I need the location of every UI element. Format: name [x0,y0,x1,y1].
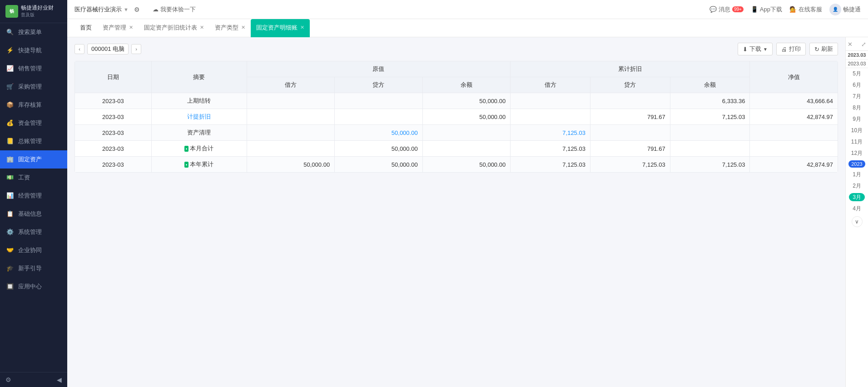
toolbar-row: ‹ 000001 电脑 › ⬇ 下载 ▼ 🖨 打印 [74,43,838,55]
panel-expand-icon[interactable]: ⤢ [861,41,866,48]
sidebar-item-sales[interactable]: 📈 销售管理 [0,60,67,78]
panel-month-3[interactable]: 3月 [846,192,868,203]
table-row: 2023-03资产清理50,000.007,125.03 [75,125,838,141]
tab-depreciation[interactable]: 固定资产折旧统计表 ✕ [139,19,209,37]
tab-detail-label: 固定资产明细账 [256,24,298,32]
table-row: 2023-03计提折旧50,000.00791.677,125.0342,874… [75,109,838,125]
notification-btn[interactable]: 💬 消息 99+ [709,5,744,14]
download-btn[interactable]: ⬇ 下载 ▼ [738,43,773,55]
table-cell: 2023-03 [75,93,152,109]
content-area: ‹ 000001 电脑 › ⬇ 下载 ▼ 🖨 打印 [67,37,868,387]
table-cell: 2023-03 [75,141,152,157]
fixed-icon: 🏢 [5,155,15,164]
print-btn[interactable]: 🖨 打印 [776,43,806,55]
right-date-panel: ✕ ⤢ 2023.03 2023.03 5月 6月 7月 8月 9月 10月 1… [845,37,868,387]
prev-arrow[interactable]: ‹ [74,44,84,54]
refresh-label: 刷新 [821,45,833,53]
sidebar-item-purchase[interactable]: 🛒 采购管理 [0,78,67,96]
table-cell: 2023-03 [75,157,152,173]
sidebar-item-collab[interactable]: 🤝 企业协同 [0,241,67,259]
settings-gear-icon[interactable]: ⚙ [134,6,140,13]
sidebar-item-inventory[interactable]: 📦 库存核算 [0,96,67,114]
panel-month-4[interactable]: 4月 [846,203,868,214]
summary-link[interactable]: 计提折旧 [187,113,211,120]
inventory-icon: 📦 [5,100,15,109]
asset-code-display: 000001 电脑 [87,44,129,55]
table-cell: 6,333.36 [670,93,750,109]
table-cell [247,93,335,109]
notification-label: 消息 [719,5,730,14]
panel-month-6[interactable]: 6月 [846,79,868,91]
online-service-btn[interactable]: 💁 在线客服 [789,5,822,14]
table-row: 2023-03▪本年累计50,000.0050,000.0050,000.007… [75,157,838,173]
sidebar-item-system[interactable]: ⚙️ 系统管理 [0,223,67,241]
panel-close-icon[interactable]: ✕ [848,41,853,48]
table-cell [590,93,670,109]
table-row: 2023-03▪本月合计50,000.007,125.03791.67 [75,141,838,157]
col-accum-balance: 余额 [670,77,750,93]
sidebar-item-operations[interactable]: 📊 经营管理 [0,187,67,205]
sidebar-item-fixed[interactable]: 🏢 固定资产 [0,150,67,169]
topbar: 医疗器械行业演示 ▼ ⚙ ☁ 我要体验一下 💬 消息 99+ 📱 App下载 💁… [67,0,868,19]
experience-btn[interactable]: ☁ 我要体验一下 [153,5,196,14]
table-cell: 2023-03 [75,109,152,125]
panel-year-badge-wrapper: 2023 [846,159,868,169]
sidebar-item-ledger[interactable]: 📒 总账管理 [0,132,67,150]
app-download-btn[interactable]: 📱 App下载 [751,5,782,14]
collapse-icon[interactable]: ◀ [57,376,62,383]
month-total: ▪本月合计 [184,144,214,153]
table-cell [750,141,838,157]
tab-asset-type[interactable]: 资产类型 ✕ [209,19,251,37]
refresh-btn[interactable]: ↻ 刷新 [809,43,838,55]
sidebar-item-payroll[interactable]: 💵 工资 [0,169,67,187]
user-btn[interactable]: 👤 畅捷通 [829,4,861,15]
tab-detail[interactable]: 固定资产明细账 ✕ [251,19,310,37]
tab-asset-type-close[interactable]: ✕ [241,25,245,30]
system-icon: ⚙️ [5,228,15,237]
panel-month-2[interactable]: 2月 [846,180,868,192]
sidebar-item-guide[interactable]: 🎓 新手引导 [0,259,67,278]
tab-assets[interactable]: 资产管理 ✕ [97,19,139,37]
panel-month-12[interactable]: 12月 [846,148,868,159]
company-name: 医疗器械行业演示 [74,5,122,14]
tab-home[interactable]: 首页 [74,19,97,37]
data-table: 日期 摘要 原值 累计折旧 净值 借方 贷方 余额 借方 贷方 余额 [74,61,838,173]
toolbar-right: ⬇ 下载 ▼ 🖨 打印 ↻ 刷新 [738,43,838,55]
table-cell: 50,000.00 [335,125,423,141]
col-accum-debit: 借方 [511,77,590,93]
table-cell: ▪本年累计 [151,157,247,173]
sidebar-item-label: 工资 [18,174,30,182]
tab-assets-close[interactable]: ✕ [129,25,133,30]
panel-month-7[interactable]: 7月 [846,91,868,102]
notification-icon: 💬 [709,6,717,13]
panel-month-10[interactable]: 10月 [846,125,868,136]
panel-nav-down[interactable]: ∨ [852,216,863,227]
next-arrow[interactable]: › [131,44,141,54]
tab-detail-close[interactable]: ✕ [300,25,304,30]
sidebar-logo: 畅 畅捷通好业财 普及版 [0,0,67,23]
panel-month-5[interactable]: 5月 [846,68,868,79]
sidebar-item-apps[interactable]: 🔲 应用中心 [0,278,67,296]
dropdown-icon: ▼ [124,7,129,12]
download-label: 下载 [749,45,761,53]
sidebar-item-funds[interactable]: 💰 资金管理 [0,114,67,132]
online-service-label: 在线客服 [799,5,822,14]
col-summary: 摘要 [151,61,247,93]
experience-icon: ☁ [153,6,159,13]
col-accum-credit: 贷方 [590,77,670,93]
settings-icon[interactable]: ⚙ [5,376,11,383]
sidebar-item-quicknav[interactable]: ⚡ 快捷导航 [0,41,67,60]
download-arrow: ▼ [763,47,768,52]
tab-depreciation-close[interactable]: ✕ [200,25,204,30]
sidebar-item-basics[interactable]: 📋 基础信息 [0,205,67,223]
panel-month-8[interactable]: 8月 [846,102,868,114]
refresh-icon: ↻ [814,46,819,53]
table-cell [335,109,423,125]
panel-month-9[interactable]: 9月 [846,114,868,125]
table-cell: 50,000.00 [422,93,511,109]
panel-month-11[interactable]: 11月 [846,136,868,148]
panel-month-1[interactable]: 1月 [846,169,868,180]
company-selector[interactable]: 医疗器械行业演示 ▼ [74,5,129,14]
sidebar-item-search[interactable]: 🔍 搜索菜单 [0,23,67,41]
col-orig-credit: 贷方 [335,77,423,93]
